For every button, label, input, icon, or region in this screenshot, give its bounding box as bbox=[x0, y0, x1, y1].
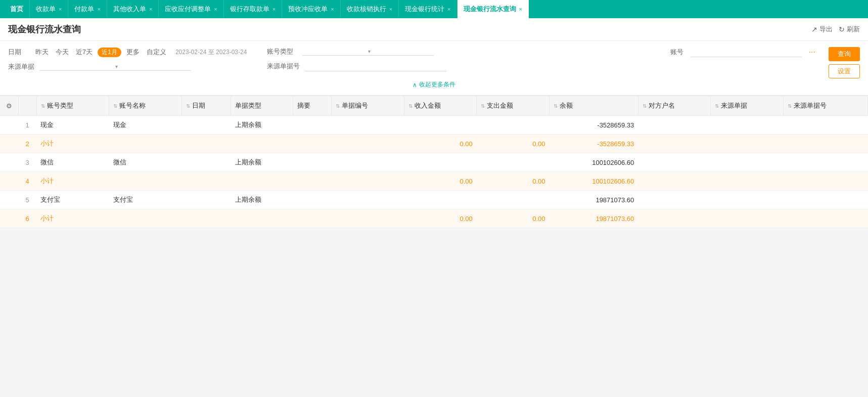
refresh-button[interactable]: ↻ 刷新 bbox=[839, 25, 860, 34]
sort-icon: ⇅ bbox=[408, 103, 413, 109]
nav-tab-现金银行流水查询[interactable]: 现金银行流水查询× bbox=[458, 0, 529, 18]
collapse-icon: ∧ bbox=[413, 81, 417, 89]
nav-tab-应收应付调整单[interactable]: 应收应付调整单× bbox=[159, 0, 223, 18]
nav-tab-付款单[interactable]: 付款单× bbox=[68, 0, 107, 18]
cell-doc_no bbox=[332, 153, 404, 172]
col-source_doc[interactable]: ⇅来源单据 bbox=[711, 96, 784, 116]
cell-account_type: 小计 bbox=[36, 209, 109, 228]
cell-doc_type: 上期余额 bbox=[231, 116, 293, 135]
source-doc-label: 来源单据 bbox=[8, 62, 34, 71]
cell-account_name: 现金 bbox=[109, 116, 182, 135]
date-option-今天[interactable]: 今天 bbox=[54, 47, 71, 57]
close-icon[interactable]: × bbox=[331, 6, 334, 12]
account-type-select[interactable]: ▾ bbox=[302, 48, 434, 56]
query-button[interactable]: 查询 bbox=[829, 47, 860, 61]
top-navigation: 首页 收款单×付款单×其他收入单×应收应付调整单×银行存取款单×预收冲应收单×收… bbox=[0, 0, 868, 18]
col-gear: ⚙ bbox=[0, 96, 18, 116]
source-doc-select[interactable]: ▾ bbox=[39, 63, 191, 71]
source-doc-num-label: 来源单据号 bbox=[267, 62, 300, 71]
sort-icon: ⇅ bbox=[336, 103, 340, 109]
data-table-wrapper: ⚙⇅账号类型⇅账号名称⇅日期单据类型摘要⇅单据编号⇅收入金额⇅支出金额⇅余额⇅对… bbox=[0, 96, 868, 228]
nav-home[interactable]: 首页 bbox=[4, 0, 30, 18]
cell-expense: 0.00 bbox=[477, 135, 550, 153]
settings-button[interactable]: 设置 bbox=[829, 64, 860, 78]
cell-account_type: 小计 bbox=[36, 172, 109, 191]
cell-summary bbox=[293, 116, 331, 135]
header-actions: ↗ 导出 ↻ 刷新 bbox=[811, 25, 860, 34]
date-options: 昨天今天近7天近1月更多自定义 bbox=[33, 47, 168, 57]
cell-summary bbox=[293, 209, 331, 228]
nav-tab-其他收入单[interactable]: 其他收入单× bbox=[107, 0, 159, 18]
close-icon[interactable]: × bbox=[272, 6, 276, 12]
date-option-自定义[interactable]: 自定义 bbox=[145, 47, 168, 57]
cell-counterpart bbox=[638, 153, 711, 172]
close-icon[interactable]: × bbox=[389, 6, 392, 12]
source-doc-num-input[interactable] bbox=[305, 61, 446, 71]
table-row: 6小计0.000.0019871073.60 bbox=[0, 209, 868, 228]
col-date[interactable]: ⇅日期 bbox=[181, 96, 231, 116]
cell-expense bbox=[477, 153, 550, 172]
cell-expense: 0.00 bbox=[477, 172, 550, 191]
page-header: 现金银行流水查询 ↗ 导出 ↻ 刷新 bbox=[0, 18, 868, 41]
cell-summary bbox=[293, 153, 331, 172]
cell-account_name: 支付宝 bbox=[109, 191, 182, 209]
col-counterpart[interactable]: ⇅对方户名 bbox=[638, 96, 711, 116]
row-index: 5 bbox=[18, 191, 36, 209]
sort-icon: ⇅ bbox=[554, 103, 558, 109]
close-icon[interactable]: × bbox=[519, 6, 522, 12]
col-account_type[interactable]: ⇅账号类型 bbox=[36, 96, 109, 116]
close-icon[interactable]: × bbox=[149, 6, 152, 12]
col-balance[interactable]: ⇅余额 bbox=[549, 96, 638, 116]
nav-tab-银行存取款单[interactable]: 银行存取款单× bbox=[224, 0, 282, 18]
cell-account_name bbox=[109, 172, 182, 191]
close-icon[interactable]: × bbox=[59, 6, 62, 12]
col-account_name[interactable]: ⇅账号名称 bbox=[109, 96, 182, 116]
cell-doc_no bbox=[332, 135, 404, 153]
export-icon: ↗ bbox=[811, 25, 817, 33]
table-row: 4小计0.000.00100102606.60 bbox=[0, 172, 868, 191]
cell-source_doc bbox=[711, 191, 784, 209]
col-income[interactable]: ⇅收入金额 bbox=[404, 96, 477, 116]
col-doc_type: 单据类型 bbox=[231, 96, 293, 116]
cell-doc_no bbox=[332, 209, 404, 228]
date-option-昨天[interactable]: 昨天 bbox=[33, 47, 51, 57]
cell-account_type: 微信 bbox=[36, 153, 109, 172]
cell-expense: 0.00 bbox=[477, 209, 550, 228]
col-source_doc_no[interactable]: ⇅来源单据号 bbox=[784, 96, 868, 116]
cell-source_doc bbox=[711, 116, 784, 135]
cell-income: 0.00 bbox=[404, 172, 477, 191]
cell-income: 0.00 bbox=[404, 209, 477, 228]
cell-source_doc_no bbox=[784, 116, 868, 135]
cell-balance: 19871073.60 bbox=[549, 209, 638, 228]
nav-tab-预收冲应收单[interactable]: 预收冲应收单× bbox=[282, 0, 340, 18]
cell-doc_type bbox=[231, 135, 293, 153]
cell-summary bbox=[293, 172, 331, 191]
sort-icon: ⇅ bbox=[643, 103, 647, 109]
close-icon[interactable]: × bbox=[214, 6, 217, 12]
col-idx bbox=[18, 96, 36, 116]
cell-income bbox=[404, 153, 477, 172]
account-type-arrow-icon: ▾ bbox=[368, 49, 432, 54]
gear-icon[interactable]: ⚙ bbox=[6, 102, 12, 110]
cell-doc_type: 上期余额 bbox=[231, 153, 293, 172]
cell-balance: 19871073.60 bbox=[549, 191, 638, 209]
cell-balance: 100102606.60 bbox=[549, 172, 638, 191]
account-input[interactable] bbox=[691, 47, 802, 57]
cell-date bbox=[181, 209, 231, 228]
close-icon[interactable]: × bbox=[447, 6, 450, 12]
nav-tab-现金银行统计[interactable]: 现金银行统计× bbox=[399, 0, 457, 18]
collapse-button[interactable]: ∧ 收起更多条件 bbox=[413, 80, 455, 89]
sort-icon: ⇅ bbox=[481, 103, 485, 109]
account-more-button[interactable]: ··· bbox=[809, 48, 815, 57]
date-option-近7天[interactable]: 近7天 bbox=[74, 47, 95, 57]
date-option-近1月[interactable]: 近1月 bbox=[98, 48, 121, 57]
source-doc-arrow-icon: ▾ bbox=[115, 64, 189, 69]
col-expense[interactable]: ⇅支出金额 bbox=[477, 96, 550, 116]
account-label: 账号 bbox=[670, 48, 686, 57]
nav-tab-收款核销执行[interactable]: 收款核销执行× bbox=[341, 0, 399, 18]
export-button[interactable]: ↗ 导出 bbox=[811, 25, 833, 34]
nav-tab-收款单[interactable]: 收款单× bbox=[30, 0, 68, 18]
col-doc_no[interactable]: ⇅单据编号 bbox=[332, 96, 404, 116]
close-icon[interactable]: × bbox=[97, 6, 100, 12]
date-option-更多[interactable]: 更多 bbox=[124, 47, 142, 57]
